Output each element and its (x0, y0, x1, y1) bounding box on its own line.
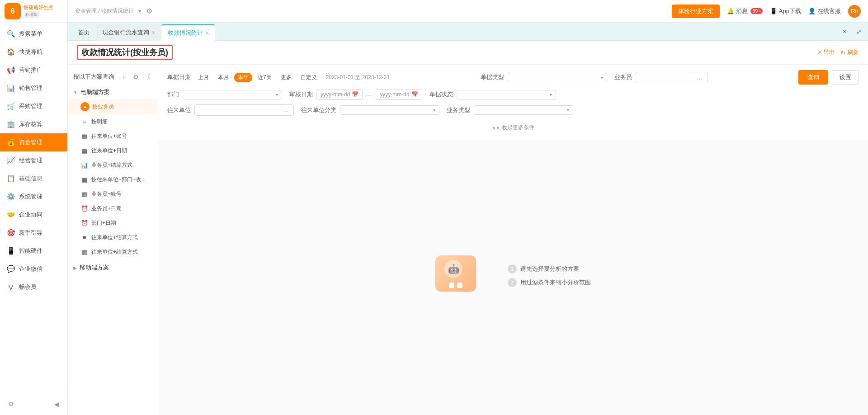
settings-gear-icon[interactable]: ⚙ (146, 7, 152, 15)
refresh-button[interactable]: ↻ 刷新 (840, 48, 859, 57)
sidebar-item-operation[interactable]: 📈经营管理 (0, 151, 67, 170)
review-date-end[interactable]: yyyy-mm-dd 📅 (376, 89, 422, 100)
sidebar-nav: 🔍搜索菜单🏠快捷导航📢营销推广📊销售管理🛒采购管理🏢库存核算💰资金管理📈经营管理… (0, 23, 67, 393)
salesperson-select[interactable]: ... (636, 72, 708, 83)
partner-more-icon[interactable]: ... (283, 107, 288, 113)
online-service-action[interactable]: 👤 在线客服 (808, 7, 841, 15)
empty-state: 🤖 1 请先选择要分析的方案 2 (158, 141, 868, 415)
date-tab-custom[interactable]: 自定义 (297, 73, 321, 82)
trial-button[interactable]: 体验行业方案 (672, 5, 720, 18)
empty-steps: 1 请先选择要分析的方案 2 用过滤条件来缩小分析范围 (508, 264, 591, 292)
maximize-tab-btn[interactable]: ⤢ (854, 26, 864, 37)
date-tab-more[interactable]: 更多 (277, 73, 295, 82)
partner-type-label: 往来单位分类 (301, 106, 336, 114)
scheme-item-partner-settlement1[interactable]: ≡往来单位+结算方式 (68, 230, 158, 245)
sidebar-item-member[interactable]: V畅会员 (0, 278, 67, 296)
empty-illustration: 🤖 (435, 255, 490, 301)
tab-bank-flow[interactable]: 现金银行流水查询 × (96, 24, 161, 41)
sidebar-item-sales[interactable]: 📊销售管理 (0, 79, 67, 97)
record-status-select[interactable]: ▾ (457, 90, 556, 99)
dept-select[interactable]: ▾ (183, 90, 282, 99)
nav-label-operation: 经营管理 (19, 156, 42, 165)
scheme-item-label: 按往来单位+部门+收... (91, 176, 146, 184)
review-date-end-value: yyyy-mm-dd (380, 91, 409, 98)
content-area: 按以下方案查询 + ⚙ 《 ▼ 电脑端方案 ●按业务员≡按明细▦往来单位+账号▦… (68, 65, 868, 415)
scheme-item-by-partner-dept[interactable]: ▦按往来单位+部门+收... (68, 172, 158, 187)
avatar: Rit (848, 5, 861, 18)
sidebar-item-marketing[interactable]: 📢营销推广 (0, 61, 67, 79)
sidebar-item-system[interactable]: ⚙️系统管理 (0, 188, 67, 206)
collapse-icon: ∧∧ (492, 125, 500, 131)
tab-collection-stats[interactable]: 收款情况统计 × (161, 24, 215, 41)
scheme-item-by-detail[interactable]: ≡按明细 (68, 114, 158, 129)
scheme-item-partner-settlement2[interactable]: ▦往来单位+结算方式 (68, 245, 158, 259)
calendar-end-icon[interactable]: 📅 (411, 91, 418, 98)
partner-type-select[interactable]: ▾ (340, 105, 439, 115)
breadcrumb-dropdown-icon[interactable]: ▾ (138, 8, 142, 14)
salesperson-more-icon[interactable]: ... (697, 74, 702, 81)
date-tabs: 上月 本月 本年 近7天 更多 自定义 (194, 73, 321, 82)
sidebar-item-hardware[interactable]: 📱智能硬件 (0, 242, 67, 260)
sidebar-item-quick-nav[interactable]: 🏠快捷导航 (0, 43, 67, 61)
settings-icon[interactable]: ⚙ (5, 398, 17, 410)
collapse-sidebar-icon[interactable]: ◀ (50, 398, 63, 410)
export-button[interactable]: ↗ 导出 (816, 48, 835, 57)
sidebar-item-enterprise[interactable]: 🤝企业协同 (0, 206, 67, 224)
sidebar-item-wechat[interactable]: 💬企业微信 (0, 260, 67, 278)
messages-action[interactable]: 🔔 消息 99+ (727, 7, 763, 15)
scheme-item-salesperson-date[interactable]: ⏰业务员+日期 (68, 201, 158, 216)
record-type-select[interactable]: ▾ (508, 73, 607, 82)
scheme-item-salesperson-account[interactable]: ▦业务员+账号 (68, 187, 158, 201)
tab-collection-stats-close[interactable]: × (206, 30, 209, 36)
user-avatar[interactable]: Rit (848, 5, 861, 18)
step-2-text: 用过滤条件来缩小分析范围 (520, 278, 591, 287)
scheme-item-salesperson-settlement[interactable]: 📊业务员+结算方式 (68, 158, 158, 172)
scheme-item-partner-account[interactable]: ▦往来单位+账号 (68, 129, 158, 143)
calendar-start-icon[interactable]: 📅 (352, 91, 359, 98)
sidebar-item-basic[interactable]: 📋基础信息 (0, 170, 67, 188)
online-service-label: 在线客服 (817, 7, 841, 15)
review-date-start[interactable]: yyyy-mm-dd 📅 (316, 89, 363, 100)
desktop-scheme-section: ▼ 电脑端方案 ●按业务员≡按明细▦往来单位+账号▦往来单位+日期📊业务员+结算… (68, 85, 158, 259)
scheme-item-icon-dept-date: ⏰ (80, 219, 89, 227)
tab-bank-flow-close[interactable]: × (152, 29, 155, 36)
dept-label: 部门 (167, 90, 179, 99)
tab-home[interactable]: 首页 (71, 24, 96, 41)
nav-icon-system: ⚙️ (6, 192, 15, 201)
date-tab-this-month[interactable]: 本月 (214, 73, 232, 82)
nav-icon-marketing: 📢 (6, 66, 15, 75)
mobile-scheme-section: ▶ 移动端方案 (68, 261, 158, 274)
scheme-item-icon-salesperson-account: ▦ (80, 190, 89, 198)
sidebar-item-guide[interactable]: 🎯新手引导 (0, 224, 67, 242)
date-tab-this-year[interactable]: 本年 (234, 73, 252, 82)
query-button[interactable]: 查询 (798, 70, 828, 85)
app-download-action[interactable]: 📱 App下载 (770, 7, 801, 15)
scheme-item-dept-date[interactable]: ⏰部门+日期 (68, 216, 158, 230)
message-icon: 🔔 (727, 8, 734, 14)
settings-button[interactable]: 设置 (832, 70, 859, 85)
scheme-settings-btn[interactable]: ⚙ (131, 72, 141, 82)
refresh-label: 刷新 (847, 48, 859, 57)
scheme-item-by-salesperson[interactable]: ●按业务员 (68, 99, 158, 114)
review-date-label: 审核日期 (289, 90, 313, 99)
sidebar-item-search[interactable]: 🔍搜索菜单 (0, 25, 67, 43)
mobile-scheme-title[interactable]: ▶ 移动端方案 (68, 261, 158, 274)
dept-dropdown-icon: ▾ (276, 92, 278, 97)
sidebar-item-finance[interactable]: 💰资金管理 (0, 133, 67, 151)
collapse-panel-btn[interactable]: 《 (142, 72, 152, 82)
partner-select[interactable]: ... (194, 104, 294, 116)
sidebar-item-inventory[interactable]: 🏢库存核算 (0, 115, 67, 133)
biz-type-select[interactable]: ▾ (474, 105, 573, 115)
review-date-start-value: yyyy-mm-dd (321, 91, 350, 98)
nav-icon-enterprise: 🤝 (6, 210, 15, 219)
desktop-scheme-title[interactable]: ▼ 电脑端方案 (68, 85, 158, 99)
step-1: 1 请先选择要分析的方案 (508, 264, 591, 274)
logo-badge: 标准版 (24, 11, 39, 18)
date-tab-last-month[interactable]: 上月 (194, 73, 212, 82)
close-tab-btn[interactable]: × (839, 26, 850, 37)
collapse-filter-btn[interactable]: ∧∧ 收起更多条件 (167, 120, 859, 135)
sidebar-item-purchase[interactable]: 🛒采购管理 (0, 97, 67, 115)
date-tab-7days[interactable]: 近7天 (254, 73, 275, 82)
add-scheme-btn[interactable]: + (119, 72, 129, 82)
scheme-item-partner-date[interactable]: ▦往来单位+日期 (68, 143, 158, 158)
